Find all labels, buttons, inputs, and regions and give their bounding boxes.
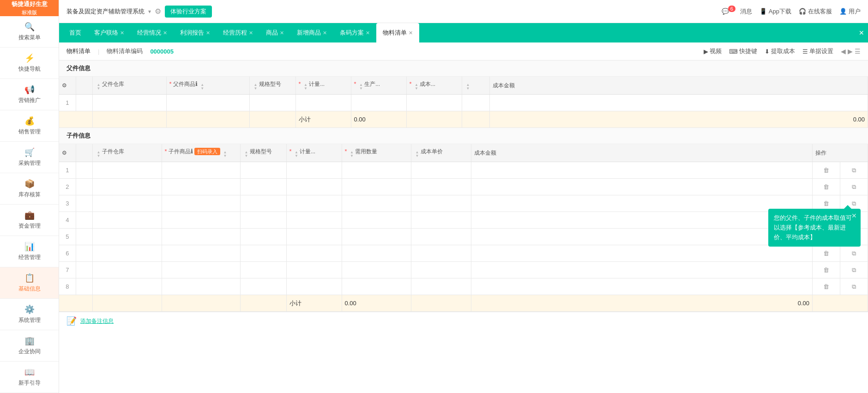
child-cell-qty-8[interactable] <box>342 278 411 295</box>
child-cell-spec-8[interactable] <box>240 278 286 295</box>
child-cell-qty-5[interactable] <box>342 229 411 245</box>
nav-tab-经营情况[interactable]: 经营情况 ✕ <box>131 23 174 42</box>
view-btn[interactable]: ▶ 视频 <box>704 47 722 55</box>
child-cell-spec-2[interactable] <box>240 179 286 195</box>
sidebar-item-guide[interactable]: 📖新手引导 <box>0 362 59 393</box>
nav-tab-close-icon[interactable]: ✕ <box>120 30 124 36</box>
nav-tab-close-icon[interactable]: ✕ <box>366 30 370 36</box>
prev-arrow-icon[interactable]: ◀ <box>841 48 846 55</box>
message-icon-item[interactable]: 💬 6 消息 <box>722 7 752 16</box>
child-action-delete-6[interactable]: 🗑 <box>813 245 840 262</box>
child-cell-unit-4[interactable] <box>286 212 342 229</box>
next-arrow-icon[interactable]: ▶ <box>848 48 853 55</box>
nav-tab-close-icon[interactable]: ✕ <box>249 30 253 36</box>
nav-tab-利润报告[interactable]: 利润报告 ✕ <box>174 23 217 42</box>
sidebar-item-marketing[interactable]: 📢营销推广 <box>0 79 59 110</box>
parent-cell-warehouse[interactable] <box>92 95 166 111</box>
parent-cell-cost[interactable] <box>406 95 462 111</box>
single-settings-btn[interactable]: ☰ 单据设置 <box>802 47 833 55</box>
child-cell-product-4[interactable] <box>162 212 240 229</box>
sidebar-item-system[interactable]: ⚙️系统管理 <box>0 299 59 330</box>
child-cell-unit-cost-7[interactable] <box>411 262 471 278</box>
close-all-tabs-icon[interactable]: ✕ <box>859 29 864 36</box>
nav-tab-条码方案[interactable]: 条码方案 ✕ <box>333 23 376 42</box>
child-cell-warehouse-1[interactable] <box>92 162 162 179</box>
child-cell-spec-1[interactable] <box>240 162 286 179</box>
sidebar-item-inventory[interactable]: 📦库存核算 <box>0 173 59 205</box>
child-action-copy-1[interactable]: ⧉ <box>840 162 868 179</box>
menu-icon[interactable]: ☰ <box>855 48 861 55</box>
child-cell-qty-1[interactable] <box>342 162 411 179</box>
child-cell-product-2[interactable] <box>162 179 240 195</box>
child-action-delete-1[interactable]: 🗑 <box>813 162 840 179</box>
shortcut-btn[interactable]: ⌨ 快捷键 <box>729 47 757 55</box>
child-cell-product-8[interactable] <box>162 278 240 295</box>
child-cell-warehouse-3[interactable] <box>92 195 162 212</box>
child-action-delete-7[interactable]: 🗑 <box>813 262 840 278</box>
parent-cell-product[interactable] <box>166 95 249 111</box>
nav-tab-新增商品[interactable]: 新增商品 ✕ <box>290 23 333 42</box>
child-cell-product-5[interactable] <box>162 229 240 245</box>
parent-cell-spec[interactable] <box>249 95 295 111</box>
sidebar-item-basic[interactable]: 📋基础信息 <box>0 267 59 299</box>
nav-tab-商品[interactable]: 商品 ✕ <box>259 23 290 42</box>
child-cell-unit-cost-2[interactable] <box>411 179 471 195</box>
child-cell-unit-2[interactable] <box>286 179 342 195</box>
child-cell-warehouse-7[interactable] <box>92 262 162 278</box>
nav-tab-物料清单[interactable]: 物料清单 ✕ <box>376 23 419 42</box>
sidebar-item-quicknav[interactable]: ⚡快捷导航 <box>0 48 59 79</box>
parent-cell-extra[interactable] <box>462 95 489 111</box>
tooltip-close-icon[interactable]: ✕ <box>851 211 857 221</box>
add-note-label[interactable]: 添加备注信息 <box>80 317 114 325</box>
child-action-copy-7[interactable]: ⧉ <box>840 262 868 278</box>
child-cell-product-6[interactable] <box>162 245 240 262</box>
nav-tab-close-icon[interactable]: ✕ <box>280 30 284 36</box>
dropdown-arrow-icon[interactable]: ▾ <box>148 8 151 15</box>
child-cell-qty-7[interactable] <box>342 262 411 278</box>
child-action-copy-6[interactable]: ⧉ <box>840 245 868 262</box>
child-cell-warehouse-2[interactable] <box>92 179 162 195</box>
app-download-item[interactable]: 📱 App下载 <box>760 7 791 16</box>
nav-tab-经营历程[interactable]: 经营历程 ✕ <box>217 23 259 42</box>
parent-cell-unit[interactable] <box>295 95 351 111</box>
child-cell-qty-2[interactable] <box>342 179 411 195</box>
parent-cell-production[interactable] <box>351 95 406 111</box>
child-cell-qty-4[interactable] <box>342 212 411 229</box>
child-cell-spec-6[interactable] <box>240 245 286 262</box>
online-service-item[interactable]: 🎧 在线客服 <box>799 7 832 16</box>
child-cell-unit-6[interactable] <box>286 245 342 262</box>
child-cell-unit-5[interactable] <box>286 229 342 245</box>
child-cell-unit-cost-3[interactable] <box>411 195 471 212</box>
extract-cost-btn[interactable]: ⬇ 提取成本 <box>765 47 795 55</box>
nav-tab-客户联络[interactable]: 客户联络 ✕ <box>88 23 131 42</box>
child-cell-warehouse-4[interactable] <box>92 212 162 229</box>
child-cell-spec-3[interactable] <box>240 195 286 212</box>
user-item[interactable]: 👤 用户 <box>839 7 861 16</box>
child-cell-unit-cost-4[interactable] <box>411 212 471 229</box>
child-action-copy-8[interactable]: ⧉ <box>840 278 868 295</box>
child-cell-spec-4[interactable] <box>240 212 286 229</box>
gear-icon[interactable]: ⚙ <box>155 7 161 16</box>
child-cell-spec-7[interactable] <box>240 262 286 278</box>
child-cell-product-1[interactable] <box>162 162 240 179</box>
nav-tab-close-icon[interactable]: ✕ <box>206 30 210 36</box>
child-cell-unit-cost-5[interactable] <box>411 229 471 245</box>
child-cell-unit-7[interactable] <box>286 262 342 278</box>
child-cell-warehouse-8[interactable] <box>92 278 162 295</box>
child-cell-unit-3[interactable] <box>286 195 342 212</box>
child-cell-qty-3[interactable] <box>342 195 411 212</box>
child-action-delete-2[interactable]: 🗑 <box>813 179 840 195</box>
sidebar-item-enterprise[interactable]: 🏢企业协同 <box>0 330 59 362</box>
trial-button[interactable]: 体验行业方案 <box>165 6 212 18</box>
child-cell-unit-1[interactable] <box>286 162 342 179</box>
child-cell-product-3[interactable] <box>162 195 240 212</box>
nav-tab-首页[interactable]: 首页 <box>63 23 88 42</box>
child-cell-unit-cost-1[interactable] <box>411 162 471 179</box>
child-cell-unit-cost-8[interactable] <box>411 278 471 295</box>
child-cell-unit-8[interactable] <box>286 278 342 295</box>
child-cell-spec-5[interactable] <box>240 229 286 245</box>
sidebar-item-search[interactable]: 🔍搜索菜单 <box>0 16 59 48</box>
nav-tab-close-icon[interactable]: ✕ <box>323 30 327 36</box>
sidebar-item-finance[interactable]: 💼资金管理 <box>0 205 59 236</box>
child-cell-warehouse-6[interactable] <box>92 245 162 262</box>
